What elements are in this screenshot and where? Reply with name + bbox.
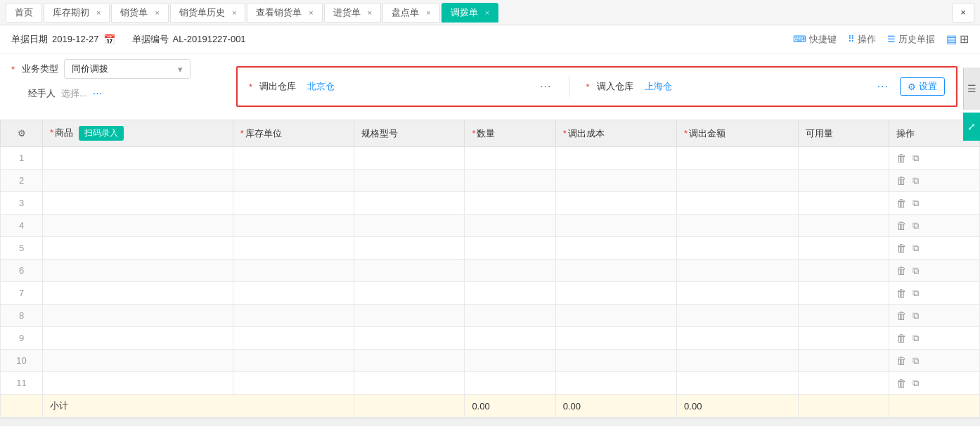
cell-product-9[interactable] [43, 327, 233, 350]
left-fields: * 业务类型 同价调拨 ▾ 经手人 选择... ··· [11, 59, 208, 100]
copy-icon-7[interactable]: ⧉ [913, 288, 919, 299]
cell-product-8[interactable] [43, 305, 233, 327]
cell-amount-7 [677, 282, 798, 305]
close-sales-history-tab[interactable]: × [232, 8, 236, 17]
cell-product-6[interactable] [43, 260, 233, 282]
delete-icon-8[interactable]: 🗑 [896, 310, 907, 321]
cell-spec-11 [354, 372, 465, 395]
cell-available-4 [798, 215, 889, 237]
business-type-select[interactable]: 同价调拨 ▾ [64, 59, 191, 79]
in-more-btn[interactable]: ··· [877, 80, 889, 93]
tab-purchase[interactable]: 进货单 × [324, 3, 381, 23]
sidebar-list-btn[interactable]: ☰ [963, 68, 980, 110]
cell-product-3[interactable] [43, 192, 233, 215]
cell-amount-11 [677, 372, 798, 395]
delete-icon-7[interactable]: 🗑 [896, 287, 907, 299]
copy-icon-10[interactable]: ⧉ [913, 355, 919, 367]
copy-icon-8[interactable]: ⧉ [913, 310, 919, 321]
tab-inventory-check[interactable]: 盘点单 × [382, 3, 439, 23]
th-qty: *数量 [465, 120, 555, 147]
cell-product-1[interactable] [43, 147, 233, 170]
shortcut-btn[interactable]: ⌨ 快捷键 [793, 33, 837, 46]
close-transfer-tab[interactable]: × [485, 8, 489, 17]
delete-icon-11[interactable]: 🗑 [896, 377, 907, 389]
person-select[interactable]: 选择... [61, 87, 87, 100]
delete-icon-1[interactable]: 🗑 [896, 152, 907, 164]
cell-available-6 [798, 260, 889, 282]
cell-product-11[interactable] [43, 372, 233, 395]
tab-sales-history[interactable]: 销货单历史 × [170, 3, 245, 23]
tab-home[interactable]: 首页 [6, 3, 42, 23]
horizontal-scrollbar[interactable] [0, 418, 980, 426]
cell-product-7[interactable] [43, 282, 233, 305]
copy-icon-3[interactable]: ⧉ [913, 198, 919, 209]
cell-available-3 [798, 192, 889, 215]
layout-icon-1[interactable]: ▤ [946, 32, 957, 46]
cell-spec-6 [354, 260, 465, 282]
subtotal-action [889, 395, 979, 418]
th-gear: ⚙ [1, 120, 43, 147]
business-type-value: 同价调拨 [72, 63, 108, 75]
close-inventory-init-tab[interactable]: × [96, 8, 101, 17]
close-purchase-tab[interactable]: × [368, 8, 372, 17]
delete-icon-4[interactable]: 🗑 [896, 219, 907, 231]
cell-action-4: 🗑 ⧉ [889, 215, 979, 237]
copy-icon-1[interactable]: ⧉ [913, 153, 919, 164]
settings-btn[interactable]: ⚙ 设置 [900, 77, 945, 96]
copy-icon-2[interactable]: ⧉ [913, 175, 919, 186]
tab-inventory-init[interactable]: 库存期初 × [44, 3, 110, 23]
column-settings-icon[interactable]: ⚙ [18, 128, 26, 139]
sidebar-expand-icon: ⤢ [967, 121, 976, 132]
cell-unit-11 [233, 372, 354, 395]
copy-icon-5[interactable]: ⧉ [913, 243, 919, 254]
table-row: 6 🗑 ⧉ [1, 260, 980, 282]
delete-icon-2[interactable]: 🗑 [896, 174, 907, 186]
cell-amount-4 [677, 215, 798, 237]
scan-input-btn[interactable]: 扫码录入 [79, 126, 124, 141]
delete-icon-9[interactable]: 🗑 [896, 332, 907, 344]
copy-icon-11[interactable]: ⧉ [913, 378, 919, 389]
close-inventory-check-tab[interactable]: × [426, 8, 430, 17]
table-row: 4 🗑 ⧉ [1, 215, 980, 237]
cell-cost-10 [555, 350, 676, 372]
cell-amount-3 [677, 192, 798, 215]
delete-icon-3[interactable]: 🗑 [896, 197, 907, 209]
tab-transfer[interactable]: 调拨单 × [441, 3, 498, 23]
copy-icon-4[interactable]: ⧉ [913, 220, 919, 231]
cell-cost-6 [555, 260, 676, 282]
calendar-icon[interactable]: 📅 [103, 34, 115, 45]
tab-view-sales[interactable]: 查看销货单 × [247, 3, 322, 23]
cell-product-10[interactable] [43, 350, 233, 372]
close-window-btn[interactable]: × [952, 3, 974, 23]
table-row: 5 🗑 ⧉ [1, 237, 980, 260]
subtotal-label-cell [1, 395, 43, 418]
cell-amount-6 [677, 260, 798, 282]
cell-product-4[interactable] [43, 215, 233, 237]
delete-icon-6[interactable]: 🗑 [896, 265, 907, 276]
settings-container: ⚙ 设置 [900, 77, 945, 96]
cell-action-7: 🗑 ⧉ [889, 282, 979, 305]
person-more-icon[interactable]: ··· [93, 87, 102, 100]
close-view-sales-tab[interactable]: × [309, 8, 313, 17]
copy-icon-6[interactable]: ⧉ [913, 265, 919, 276]
delete-icon-5[interactable]: 🗑 [896, 242, 907, 254]
cell-qty-3 [465, 192, 555, 215]
copy-icon-9[interactable]: ⧉ [913, 333, 919, 344]
cell-product-2[interactable] [43, 170, 233, 192]
in-value: 上海仓 [645, 80, 672, 93]
table-row: 7 🗑 ⧉ [1, 282, 980, 305]
cell-spec-9 [354, 327, 465, 350]
operation-btn[interactable]: ⠿ 操作 [848, 33, 876, 46]
tab-sales-order[interactable]: 销货单 × [111, 3, 168, 23]
date-label: 单据日期 [11, 33, 48, 46]
close-sales-order-tab[interactable]: × [155, 8, 159, 17]
cell-cost-5 [555, 237, 676, 260]
out-more-btn[interactable]: ··· [540, 80, 551, 93]
cell-product-5[interactable] [43, 237, 233, 260]
cell-available-1 [798, 147, 889, 170]
cell-action-11: 🗑 ⧉ [889, 372, 979, 395]
history-btn[interactable]: ☰ 历史单据 [887, 33, 935, 46]
subtotal-row: 小计 0.00 0.00 0.00 [1, 395, 980, 418]
sidebar-expand-btn[interactable]: ⤢ [963, 113, 980, 141]
delete-icon-10[interactable]: 🗑 [896, 355, 907, 367]
